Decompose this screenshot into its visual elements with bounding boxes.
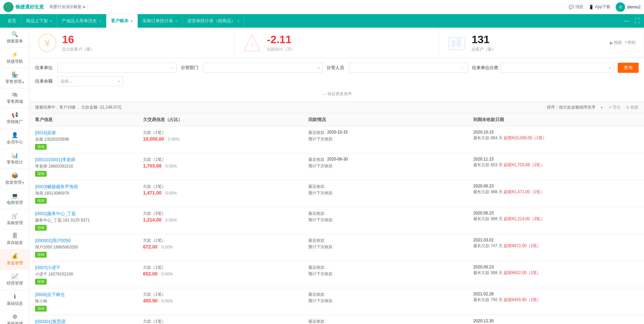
sidebar-item-quick[interactable]: ⚡ 快捷导航: [0, 48, 29, 68]
tab-customer-close[interactable]: ×: [131, 19, 133, 23]
customer-name-link[interactable]: [0001020001]李老师: [35, 157, 143, 163]
recent-label: 最近收款: [308, 184, 325, 189]
dept-label: 分管部门: [181, 65, 201, 71]
customer-name-link[interactable]: [0016]吴俊: [35, 130, 143, 136]
sidebar-item-finance[interactable]: 💰 资金管理: [0, 249, 29, 270]
overdue-days: 最长欠款 998 天 超期¥1,214.00（3笔）: [473, 216, 639, 222]
customer-name-link[interactable]: [0007]小进干: [35, 265, 143, 271]
next-label: 预计下次收款: [308, 136, 333, 142]
customer-name-link[interactable]: [0003]畅捷服务尹海燕: [35, 184, 143, 190]
stat-overdue-amount: ⚠ -2.11 欠款合计（万）: [234, 28, 439, 58]
chevron-down-icon: ▾: [83, 5, 85, 9]
tab-products-close[interactable]: ×: [50, 19, 52, 23]
refresh-button[interactable]: ↻ 刷新: [626, 105, 639, 110]
app-download-button[interactable]: 📱 App下载: [589, 4, 610, 10]
debt-amount-row: 652.00 0.00%: [143, 271, 308, 276]
balance-select[interactable]: 选择... ▾: [57, 76, 123, 86]
query-button[interactable]: 查询: [618, 63, 639, 73]
col-header-recovery: 回款情况: [308, 117, 474, 123]
table-row: [0003]畅捷服务尹海燕 海燕 18513066976 现销 欠款（1笔） 1…: [30, 180, 644, 207]
filter-row-1: 往来单位 ··· 分管部门 ▾ 分管人员: [35, 63, 639, 73]
overdue-amount-label: 欠款合计（万）: [267, 47, 295, 52]
sidebar-quick-label: 快捷导航: [7, 59, 23, 64]
user-profile[interactable]: d demo2: [616, 2, 641, 12]
tab-production-close[interactable]: ×: [99, 19, 101, 23]
sidebar-member-label: 会员中心: [7, 139, 23, 145]
sidebar-item-sys[interactable]: ⚙ 系统管理: [0, 310, 29, 324]
recent-date: 2020-06-30: [327, 157, 348, 163]
nav-expand-icon[interactable]: ⛶: [633, 17, 641, 25]
overdue-date: 2020.11.15: [473, 157, 639, 161]
message-button[interactable]: 💬 消息: [569, 4, 583, 10]
staff-input[interactable]: ···: [349, 63, 468, 73]
sidebar-item-search[interactable]: 🔍 搜索菜单: [0, 28, 29, 48]
overdue-link[interactable]: 超期¥652.00（1笔）: [504, 270, 541, 275]
overdue-link[interactable]: 超期¥455.90（1笔）: [504, 297, 541, 302]
customer-name-link[interactable]: [000002]用户2050: [35, 238, 143, 244]
recovery-recent: 最近收款: [308, 184, 474, 189]
help-btn[interactable]: ? 帮助: [624, 40, 636, 46]
overdue-date: 2021.03.01: [473, 238, 639, 242]
recent-label: 最近收款: [308, 130, 325, 136]
filter-area: 往来单位 ··· 分管部门 ▾ 分管人员: [30, 58, 644, 102]
tab-production[interactable]: 产成品入库单历史 ×: [57, 14, 106, 28]
collapse-label: 收起更多条件: [328, 91, 352, 97]
overdue-link[interactable]: 超期¥1,703.68（1笔）: [504, 163, 544, 167]
next-label: 预计下次收款: [308, 271, 333, 277]
from-unit-input[interactable]: ···: [57, 63, 177, 73]
sidebar-item-purchase[interactable]: 🛒 采购管理: [0, 209, 29, 230]
debt-label: 欠款（3笔）: [143, 211, 308, 216]
next-label: 预计下次收款: [308, 298, 333, 304]
tab-products[interactable]: 商品上下架 ×: [21, 14, 57, 28]
debt-info: 欠款（3笔） 1,214.00 0.00%: [143, 211, 308, 223]
overdue-link[interactable]: 超期¥1,471.00（1笔）: [504, 189, 544, 194]
dept-select[interactable]: ▾: [203, 63, 323, 73]
collapse-button[interactable]: ︿ 收起更多条件: [35, 90, 639, 99]
export-button[interactable]: ↗ 导出: [608, 105, 621, 110]
customer-name-link[interactable]: [0006]去下粮仓: [35, 292, 143, 298]
sidebar-item-retail-stats[interactable]: 📊 零售统计: [0, 149, 29, 169]
tab-purchase[interactable]: 采购订单统计表 ×: [138, 14, 182, 28]
sidebar-item-inventory[interactable]: 🗄 库存核算: [0, 230, 29, 249]
overdue-link[interactable]: 超期¥672.00（1笔）: [504, 243, 541, 248]
table-header: 客户信息 欠交易信息（占比） 回款情况 到期未收款日期: [30, 113, 644, 126]
customer-name-link[interactable]: [0002]服务中心_丁磊: [35, 211, 143, 217]
filter-balance: 往来余额 选择... ▾: [35, 76, 123, 86]
tab-inbound-close[interactable]: ×: [237, 19, 240, 23]
sidebar-item-ops[interactable]: 📈 经营管理: [0, 270, 29, 290]
overdue-days: 最长欠款 884 天 超期¥10,000.00（1笔）: [473, 135, 639, 141]
customer-name-link[interactable]: [000001]黄思源: [35, 319, 143, 324]
tab-customer[interactable]: 客户账本 ×: [106, 14, 138, 28]
tab-inbound[interactable]: 进货单统计表（按商品） ×: [183, 14, 245, 28]
overdue-date: 2021.02.26: [473, 292, 639, 296]
customer-phone: 李老师 18600391516: [35, 164, 143, 169]
basic-icon: ℹ: [14, 293, 16, 300]
search-icon: 🔍: [11, 31, 18, 37]
sidebar-item-ecom[interactable]: 💻 电商管理: [0, 189, 29, 209]
sidebar-item-member[interactable]: 👤 会员中心: [0, 128, 29, 149]
tab-purchase-close[interactable]: ×: [175, 19, 177, 23]
overdue-link[interactable]: 超期¥10,000.00（1笔）: [504, 136, 547, 140]
avatar: d: [616, 2, 625, 12]
sidebar-item-retail-mall[interactable]: 🛍 零售商城: [0, 88, 29, 108]
recovery-info: 最近收款 预计下次收款: [308, 319, 474, 324]
sidebar-item-wholesale[interactable]: 📦 批发管理▾: [0, 169, 29, 189]
view-video-btn[interactable]: ▶ 视频: [610, 40, 622, 46]
overdue-link[interactable]: 超期¥1,214.00（3笔）: [504, 216, 544, 221]
sidebar-item-marketing[interactable]: 📢 营销推广: [0, 108, 29, 128]
tab-home[interactable]: 首页: [3, 14, 21, 28]
nav-minus-icon[interactable]: —: [622, 17, 631, 25]
customer-info: [000001]黄思源 黄思源 13552700226 现销: [35, 319, 143, 324]
brand-name: 畅捷通好生意: [16, 4, 44, 10]
industry-selector[interactable]: 母婴行业演示账套 ▾: [47, 4, 88, 10]
table-row: [0006]去下粮仓 陈小帅 现销 欠款（1笔） 455.90 0.00% 最: [30, 288, 644, 315]
sidebar-item-retail-mgmt[interactable]: 🏪 零售管理▴: [0, 68, 29, 88]
main-area: 🔍 搜索菜单 ⚡ 快捷导航 🏪 零售管理▴ 🛍 零售商城 📢 营销推广 👤: [0, 28, 644, 324]
unit-class-select[interactable]: ▾: [500, 63, 614, 73]
next-label: 预计下次收款: [308, 163, 333, 169]
total-customers-icon: [447, 33, 466, 52]
overdue-info: 2020.11.15 最长欠款 853 天 超期¥1,703.68（1笔）: [473, 157, 639, 168]
sidebar-item-basic[interactable]: ℹ 基础信息: [0, 290, 29, 310]
sidebar-marketing-label: 营销推广: [7, 119, 23, 125]
filter-row-2: 往来余额 选择... ▾: [35, 76, 639, 86]
